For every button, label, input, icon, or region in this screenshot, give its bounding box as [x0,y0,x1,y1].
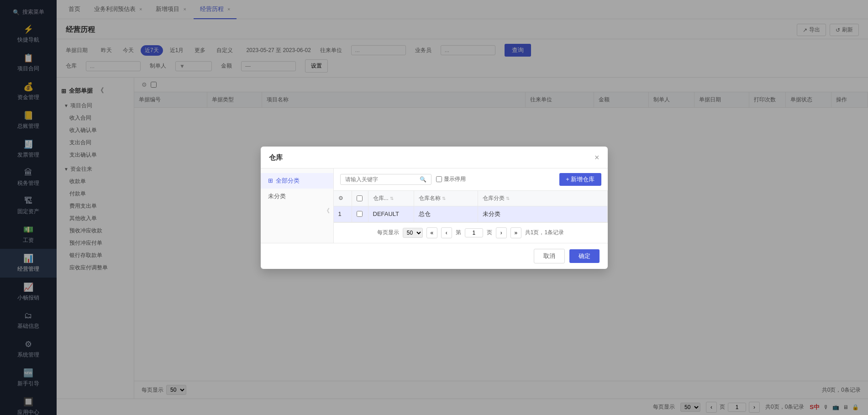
modal-td-index: 1 [334,206,352,222]
modal-left-panel: ⊞ 全部分类 未分类 《 [261,168,334,243]
modal-td-code: DEFAULT [368,206,414,222]
grid-icon-modal: ⊞ [268,177,273,184]
modal-table-row[interactable]: 1 DEFAULT 总仓 未分类 [334,206,608,222]
modal-body: ⊞ 全部分类 未分类 《 🔍 [261,168,608,243]
modal-select-all[interactable] [357,195,363,201]
modal-close-button[interactable]: × [594,153,600,163]
modal-collapse-button[interactable]: 《 [261,204,333,218]
sort-icon-2: ⇅ [442,196,446,201]
confirm-button[interactable]: 确定 [569,249,600,263]
cancel-button[interactable]: 取消 [534,249,565,263]
row-checkbox[interactable] [357,211,363,217]
modal-per-page-select[interactable]: 50 [403,228,423,238]
modal-th-code: 仓库... ⇅ [368,191,414,206]
modal-table-header: ⚙ 仓库... ⇅ 仓库名称 ⇅ [334,191,608,206]
modal-td-category: 未分类 [478,206,608,222]
modal-left-item-unclassified[interactable]: 未分类 [261,189,333,204]
sort-icon-3: ⇅ [506,196,510,201]
sort-icon: ⇅ [390,196,394,201]
modal-td-name: 总仓 [414,206,478,222]
modal-overlay: 仓库 × ⊞ 全部分类 未分类 《 [0,0,868,415]
modal-search-input[interactable] [345,176,417,183]
modal-pagination: 每页显示 50 « ‹ 第 页 › » 共1页，1条记录 [334,222,608,243]
add-warehouse-button[interactable]: + 新增仓库 [559,173,601,186]
modal-table: ⚙ 仓库... ⇅ 仓库名称 ⇅ [334,191,608,222]
search-icon-modal: 🔍 [420,176,426,183]
modal-th-settings: ⚙ [334,191,352,206]
modal-header: 仓库 × [261,147,608,168]
modal-actions: 取消 确定 [261,243,608,269]
modal-th-name: 仓库名称 ⇅ [414,191,478,206]
show-disabled-checkbox[interactable] [436,176,442,182]
modal-left-item-all[interactable]: ⊞ 全部分类 [261,173,333,189]
modal-toolbar: 🔍 显示停用 + 新增仓库 [334,168,608,191]
modal-th-checkbox [352,191,368,206]
modal-th-category: 仓库分类 ⇅ [478,191,608,206]
modal-prev-page-button[interactable]: ‹ [441,227,452,238]
modal-search-area: 🔍 显示停用 [340,174,466,185]
modal-right-panel: 🔍 显示停用 + 新增仓库 ⚙ [334,168,608,243]
modal-next-page-button[interactable]: › [496,227,507,238]
show-disabled-label[interactable]: 显示停用 [436,175,466,183]
modal-title: 仓库 [269,153,283,162]
warehouse-modal: 仓库 × ⊞ 全部分类 未分类 《 [261,147,608,269]
modal-first-page-button[interactable]: « [426,227,437,238]
modal-total-info: 共1页，1条记录 [525,229,564,236]
modal-td-checkbox[interactable] [352,206,368,222]
modal-page-input[interactable] [465,228,483,237]
modal-last-page-button[interactable]: » [510,227,521,238]
modal-search-wrapper: 🔍 [340,174,431,185]
